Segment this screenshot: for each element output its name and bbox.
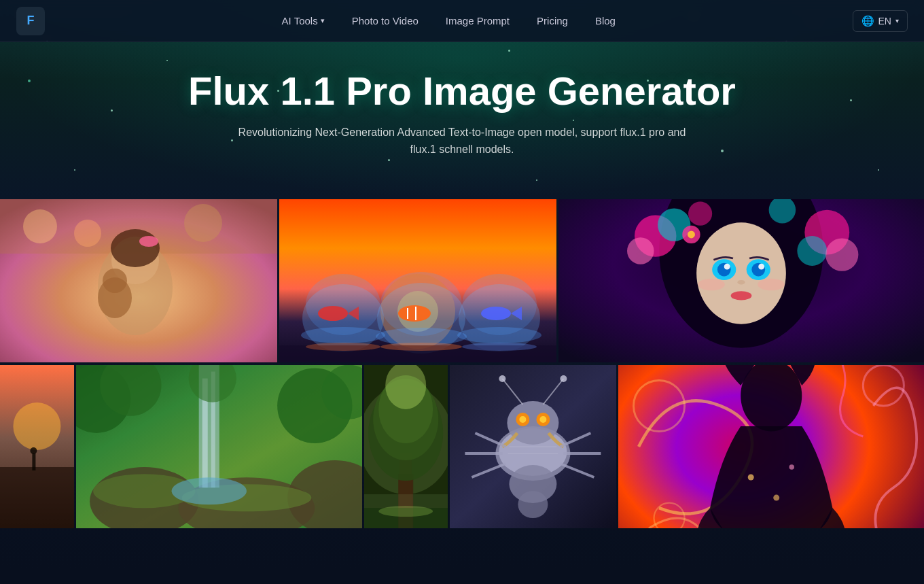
image-robot-ant[interactable] xyxy=(450,365,616,528)
svg-rect-88 xyxy=(364,494,447,508)
svg-point-42 xyxy=(688,202,712,226)
image-waterfall[interactable] xyxy=(76,365,363,528)
navigation: F AI Tools Photo to Video Image Prompt P… xyxy=(0,0,924,42)
nav-item-ai-tools[interactable]: AI Tools xyxy=(271,10,336,32)
svg-point-32 xyxy=(380,343,462,351)
svg-point-50 xyxy=(758,264,764,270)
svg-point-54 xyxy=(758,279,785,291)
svg-point-100 xyxy=(560,375,567,382)
hero-title: Flux 1.1 Pro Image Generator xyxy=(14,69,910,113)
svg-point-40 xyxy=(797,236,827,266)
svg-point-4 xyxy=(184,204,222,242)
nav-item-image-prompt[interactable]: Image Prompt xyxy=(435,10,520,32)
svg-point-20 xyxy=(380,272,462,336)
svg-rect-60 xyxy=(32,453,35,470)
hero-content: Flux 1.1 Pro Image Generator Revolutioni… xyxy=(0,42,924,179)
image-row-1 xyxy=(0,199,924,362)
svg-point-117 xyxy=(789,464,794,470)
svg-point-99 xyxy=(499,375,505,382)
image-magic-tree[interactable] xyxy=(364,365,447,528)
hero-subtitle: Revolutionizing Next-Generation Advanced… xyxy=(224,124,700,158)
svg-point-15 xyxy=(306,274,380,335)
svg-point-28 xyxy=(481,307,511,320)
svg-rect-77 xyxy=(76,365,363,528)
svg-point-10 xyxy=(139,236,158,247)
nav-item-pricing[interactable]: Pricing xyxy=(526,10,579,32)
svg-point-3 xyxy=(74,220,101,247)
svg-point-96 xyxy=(539,416,546,423)
svg-point-61 xyxy=(30,447,37,454)
svg-point-56 xyxy=(688,230,695,238)
svg-point-95 xyxy=(519,416,526,423)
bottom-area xyxy=(0,569,924,584)
svg-point-9 xyxy=(111,229,160,267)
image-fish-bowls[interactable] xyxy=(279,199,556,362)
svg-point-33 xyxy=(462,343,537,351)
image-gallery xyxy=(0,199,924,569)
svg-point-38 xyxy=(627,237,654,264)
svg-point-17 xyxy=(318,306,348,321)
svg-point-27 xyxy=(457,327,541,343)
svg-point-41 xyxy=(825,238,858,271)
svg-rect-59 xyxy=(0,467,74,528)
chevron-down-icon: ▾ xyxy=(895,17,899,24)
svg-point-16 xyxy=(301,327,385,343)
image-girl-teddy[interactable] xyxy=(0,199,277,362)
svg-point-51 xyxy=(731,291,752,300)
svg-point-52 xyxy=(738,280,745,285)
svg-point-31 xyxy=(306,343,380,351)
image-beach-dusk[interactable] xyxy=(0,365,74,528)
logo[interactable]: F xyxy=(16,7,45,35)
language-selector[interactable]: 🌐 EN ▾ xyxy=(853,10,908,32)
nav-item-blog[interactable]: Blog xyxy=(584,10,626,32)
svg-point-26 xyxy=(462,274,537,335)
image-silhouette-woman[interactable] xyxy=(618,365,924,528)
svg-point-2 xyxy=(23,209,57,243)
image-row-2 xyxy=(0,365,924,528)
nav-links: AI Tools Photo to Video Image Prompt Pri… xyxy=(271,10,626,32)
svg-point-108 xyxy=(518,491,548,518)
svg-point-49 xyxy=(724,264,730,270)
svg-point-44 xyxy=(696,222,786,324)
svg-point-22 xyxy=(398,305,431,322)
svg-point-58 xyxy=(13,402,60,450)
svg-point-116 xyxy=(747,475,753,481)
globe-icon: 🌐 xyxy=(861,15,874,27)
svg-point-118 xyxy=(773,495,779,501)
nav-item-photo-to-video[interactable]: Photo to Video xyxy=(341,10,429,32)
image-anime-girl[interactable] xyxy=(558,199,924,362)
svg-point-53 xyxy=(698,279,725,291)
svg-point-8 xyxy=(103,269,127,293)
